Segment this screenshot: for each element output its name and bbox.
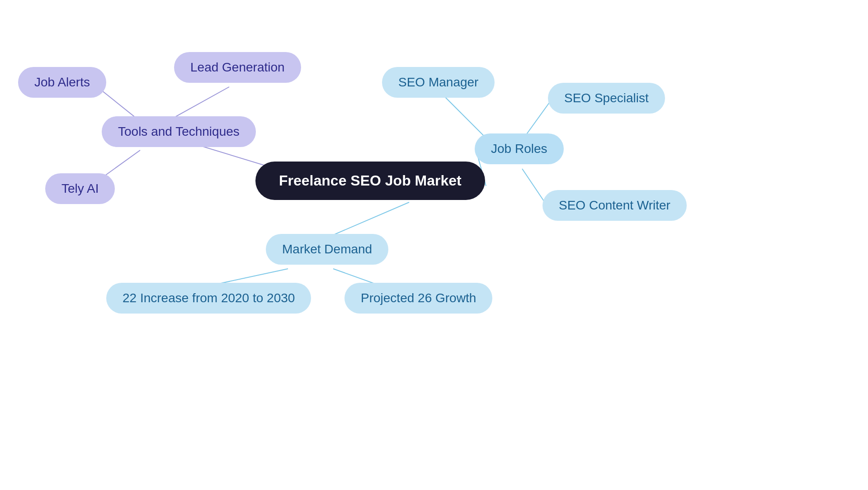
center-node: Freelance SEO Job Market xyxy=(255,162,485,200)
lead-generation-node: Lead Generation xyxy=(174,52,301,83)
mindmap-container: Freelance SEO Job Market Tools and Techn… xyxy=(0,0,868,490)
job-roles-node: Job Roles xyxy=(475,133,564,164)
tely-ai-node: Tely AI xyxy=(45,173,115,204)
seo-content-writer-node: SEO Content Writer xyxy=(542,190,687,221)
tools-techniques-node: Tools and Techniques xyxy=(102,116,256,147)
market-demand-node: Market Demand xyxy=(266,234,388,265)
projected-growth-node: Projected 26 Growth xyxy=(344,283,492,314)
seo-manager-node: SEO Manager xyxy=(382,67,495,98)
increase-2020-2030-node: 22 Increase from 2020 to 2030 xyxy=(106,283,311,314)
seo-specialist-node: SEO Specialist xyxy=(548,83,665,114)
job-alerts-node: Job Alerts xyxy=(18,67,106,98)
